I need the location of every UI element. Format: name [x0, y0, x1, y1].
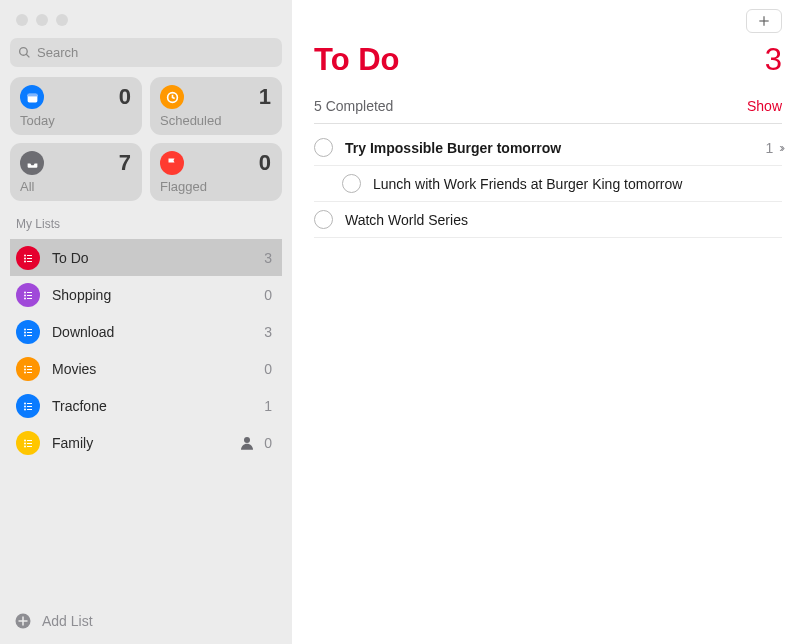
show-completed-button[interactable]: Show: [747, 98, 782, 114]
chevron-right-icon[interactable]: ››: [779, 140, 782, 155]
svg-rect-44: [19, 620, 28, 622]
smart-card-flagged[interactable]: 0 Flagged: [150, 143, 282, 201]
svg-point-21: [24, 334, 26, 336]
smart-label: Scheduled: [160, 113, 221, 128]
smart-count: 7: [119, 150, 131, 176]
list-item-tracfone[interactable]: Tracfone 1: [10, 387, 282, 424]
list-label: To Do: [52, 250, 264, 266]
smart-count: 0: [119, 84, 131, 110]
svg-rect-28: [27, 372, 32, 373]
list-label: Movies: [52, 361, 264, 377]
list-item-shopping[interactable]: Shopping 0: [10, 276, 282, 313]
calendar-icon: [20, 85, 44, 109]
smart-label: Flagged: [160, 179, 207, 194]
list-bullet-icon: [16, 394, 40, 418]
svg-rect-24: [27, 366, 32, 367]
list-item-download[interactable]: Download 3: [10, 313, 282, 350]
list-bullet-icon: [16, 320, 40, 344]
svg-rect-32: [27, 406, 32, 407]
svg-point-41: [244, 437, 250, 443]
list-count: 1: [264, 398, 272, 414]
list-count: 0: [264, 435, 272, 451]
list-item-to-do[interactable]: To Do 3: [10, 239, 282, 276]
plus-icon: [757, 14, 771, 28]
task-title[interactable]: Lunch with Work Friends at Burger King t…: [373, 176, 782, 192]
list-count: 3: [264, 324, 272, 340]
tray-icon: [20, 151, 44, 175]
traffic-minimize[interactable]: [36, 14, 48, 26]
svg-rect-12: [27, 292, 32, 293]
topbar: [314, 6, 782, 36]
new-reminder-button[interactable]: [746, 9, 782, 33]
svg-point-11: [24, 291, 26, 293]
svg-point-5: [24, 254, 26, 256]
list-label: Tracfone: [52, 398, 264, 414]
svg-point-23: [24, 365, 26, 367]
svg-rect-14: [27, 295, 32, 296]
add-list-button[interactable]: Add List: [10, 604, 282, 634]
svg-rect-18: [27, 329, 32, 330]
completed-count-label: 5 Completed: [314, 98, 393, 114]
task-checkbox[interactable]: [342, 174, 361, 193]
list-bullet-icon: [16, 246, 40, 270]
add-list-label: Add List: [42, 613, 93, 629]
svg-point-7: [24, 257, 26, 259]
list-bullet-icon: [16, 431, 40, 455]
smart-card-today[interactable]: 0 Today: [10, 77, 142, 135]
sidebar: 0 Today 1 Scheduled 7 All: [0, 0, 292, 644]
task-row[interactable]: Try Impossible Burger tomorrow 1 ››: [314, 130, 782, 166]
search-field[interactable]: [10, 38, 282, 67]
svg-point-13: [24, 294, 26, 296]
title-bar: To Do 3: [314, 42, 782, 78]
svg-rect-10: [27, 261, 32, 262]
clock-icon: [160, 85, 184, 109]
section-title: My Lists: [10, 215, 282, 239]
svg-point-31: [24, 405, 26, 407]
list-bullet-icon: [16, 283, 40, 307]
svg-rect-6: [27, 255, 32, 256]
traffic-close[interactable]: [16, 14, 28, 26]
svg-rect-16: [27, 298, 32, 299]
list-item-family[interactable]: Family 0: [10, 424, 282, 461]
list-count: 0: [264, 361, 272, 377]
task-title[interactable]: Watch World Series: [345, 212, 782, 228]
list-item-movies[interactable]: Movies 0: [10, 350, 282, 387]
smart-label: Today: [20, 113, 55, 128]
smart-label: All: [20, 179, 34, 194]
task-title[interactable]: Try Impossible Burger tomorrow: [345, 140, 766, 156]
svg-point-35: [24, 439, 26, 441]
svg-point-25: [24, 368, 26, 370]
svg-rect-8: [27, 258, 32, 259]
subtask-count: 1: [766, 140, 774, 156]
svg-point-0: [20, 48, 28, 56]
smart-count: 1: [259, 84, 271, 110]
list-label: Family: [52, 435, 238, 451]
svg-point-17: [24, 328, 26, 330]
task-row[interactable]: Lunch with Work Friends at Burger King t…: [314, 166, 782, 202]
svg-point-29: [24, 402, 26, 404]
smart-card-scheduled[interactable]: 1 Scheduled: [150, 77, 282, 135]
search-input[interactable]: [37, 45, 274, 60]
list-title: To Do: [314, 42, 400, 78]
task-list: Try Impossible Burger tomorrow 1 ›› Lunc…: [314, 130, 782, 238]
task-row[interactable]: Watch World Series: [314, 202, 782, 238]
task-checkbox[interactable]: [314, 210, 333, 229]
svg-point-33: [24, 408, 26, 410]
svg-rect-34: [27, 409, 32, 410]
svg-rect-20: [27, 332, 32, 333]
smart-card-all[interactable]: 7 All: [10, 143, 142, 201]
smart-lists-grid: 0 Today 1 Scheduled 7 All: [10, 77, 282, 201]
task-checkbox[interactable]: [314, 138, 333, 157]
smart-count: 0: [259, 150, 271, 176]
window-controls[interactable]: [10, 8, 282, 38]
svg-point-37: [24, 442, 26, 444]
svg-point-27: [24, 371, 26, 373]
shared-icon: [238, 434, 256, 452]
svg-rect-40: [27, 446, 32, 447]
divider: [314, 123, 782, 124]
svg-rect-3: [27, 93, 37, 96]
plus-circle-icon: [14, 612, 32, 630]
traffic-zoom[interactable]: [56, 14, 68, 26]
list-items: To Do 3 Shopping 0 Download 3: [10, 239, 282, 604]
list-count: 0: [264, 287, 272, 303]
